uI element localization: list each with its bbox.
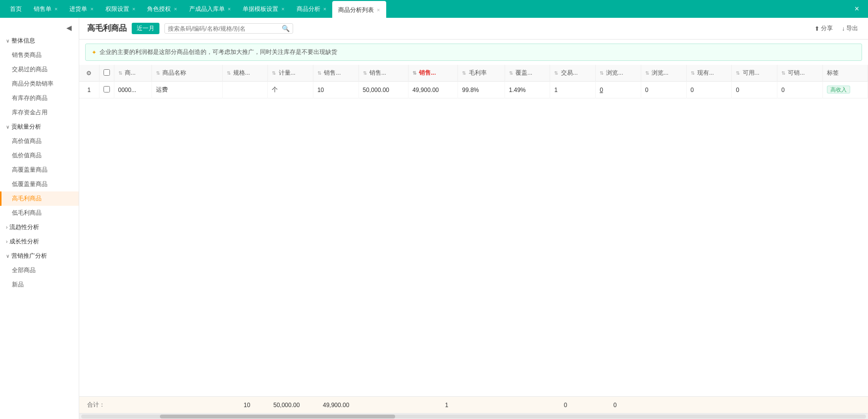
col-available: ⇅ 可用... bbox=[732, 65, 777, 82]
sidebar-item-new-products[interactable]: 新品 bbox=[0, 278, 79, 292]
cell-browse1: 0 bbox=[596, 82, 641, 98]
sort-icon: ⇅ bbox=[363, 70, 367, 76]
cell-sales1: 10 bbox=[313, 82, 358, 98]
info-banner: ✦ 企业的主要的利润都是这部分商品创造的，可考虑加大推广，同时关注库存是不要出现… bbox=[85, 44, 862, 61]
product-table: ⚙ ⇅ 商... ⇅ 商品名称 bbox=[79, 65, 868, 98]
close-icon[interactable]: × bbox=[132, 6, 135, 12]
close-icon[interactable]: × bbox=[323, 6, 326, 12]
sort-icon: ⇅ bbox=[554, 70, 558, 76]
cell-code: 0000... bbox=[114, 82, 152, 98]
select-all-checkbox[interactable] bbox=[103, 69, 110, 76]
col-code: ⇅ 商... bbox=[114, 65, 152, 82]
content-header: 高毛利商品 近一月 🔍 ⬆ 分享 ↓ 导出 bbox=[79, 18, 868, 40]
close-icon[interactable]: × bbox=[174, 6, 177, 12]
sidebar-item-low-margin[interactable]: 低毛利商品 bbox=[0, 206, 79, 220]
nav-template-settings[interactable]: 单据模板设置 × bbox=[237, 0, 290, 18]
footer-sales2: 50,000.00 bbox=[260, 402, 300, 409]
cell-browse2: 0 bbox=[641, 82, 686, 98]
export-button[interactable]: ↓ 导出 bbox=[840, 23, 860, 34]
sidebar-group-overall[interactable]: ∨ 整体信息 bbox=[0, 34, 79, 48]
scrollbar-track bbox=[81, 415, 866, 419]
expand-icon: › bbox=[6, 239, 7, 244]
sidebar-item-all-products[interactable]: 全部商品 bbox=[0, 263, 79, 278]
nav-role-auth[interactable]: 角色授权 × bbox=[141, 0, 183, 18]
row-checkbox[interactable] bbox=[103, 86, 110, 93]
share-button[interactable]: ⬆ 分享 bbox=[813, 23, 835, 34]
table-header-row: ⚙ ⇅ 商... ⇅ 商品名称 bbox=[79, 65, 868, 82]
sort-icon: ⇅ bbox=[462, 70, 466, 76]
nav-permissions[interactable]: 权限设置 × bbox=[100, 0, 141, 18]
sidebar-group-contribution[interactable]: ∨ 贡献量分析 bbox=[0, 120, 79, 134]
col-saleable: ⇅ 可销... bbox=[777, 65, 822, 82]
col-tag: 标签 bbox=[822, 65, 868, 82]
sidebar-item-high-value[interactable]: 高价值商品 bbox=[0, 134, 79, 148]
sort-icon: ⇅ bbox=[156, 70, 160, 76]
sort-icon: ⇅ bbox=[272, 70, 276, 76]
col-browse2: ⇅ 浏览... bbox=[641, 65, 686, 82]
top-nav: 首页 销售单 × 进货单 × 权限设置 × 角色授权 × 产成品入库单 × 单据… bbox=[0, 0, 868, 18]
col-current: ⇅ 现有... bbox=[686, 65, 732, 82]
search-input[interactable] bbox=[168, 25, 282, 32]
close-icon[interactable]: × bbox=[90, 6, 93, 12]
sidebar-item-traded-products[interactable]: 交易过的商品 bbox=[0, 62, 79, 77]
sidebar-item-high-coverage[interactable]: 高覆盖量商品 bbox=[0, 163, 79, 177]
col-transaction: ⇅ 交易... bbox=[550, 65, 596, 82]
filter-recent-month-button[interactable]: 近一月 bbox=[132, 23, 159, 34]
sidebar-toggle-button[interactable]: ◀ bbox=[63, 24, 75, 32]
cell-coverage: 1.49% bbox=[505, 82, 550, 98]
col-spec: ⇅ 规格... bbox=[222, 65, 268, 82]
footer-available: 0 bbox=[577, 402, 616, 409]
sidebar-item-stock-capital[interactable]: 库存资金占用 bbox=[0, 105, 79, 120]
sidebar-item-low-coverage[interactable]: 低覆盖量商品 bbox=[0, 177, 79, 191]
sidebar-item-in-stock[interactable]: 有库存的商品 bbox=[0, 91, 79, 105]
cell-gross-rate: 99.8% bbox=[458, 82, 505, 98]
nav-product-storage[interactable]: 产成品入库单 × bbox=[183, 0, 237, 18]
cell-seq: 1 bbox=[79, 82, 99, 98]
close-icon[interactable]: × bbox=[281, 6, 284, 12]
sidebar-group-marketing[interactable]: ∨ 营销推广分析 bbox=[0, 249, 79, 263]
table-container[interactable]: ⚙ ⇅ 商... ⇅ 商品名称 bbox=[79, 65, 868, 396]
tag-badge: 高收入 bbox=[827, 86, 850, 93]
sidebar-item-category-assist[interactable]: 商品分类助销率 bbox=[0, 77, 79, 91]
cell-transaction: 1 bbox=[550, 82, 596, 98]
nav-purchase-order[interactable]: 进货单 × bbox=[63, 0, 99, 18]
search-icon[interactable]: 🔍 bbox=[282, 25, 290, 32]
close-icon[interactable]: × bbox=[54, 6, 57, 12]
sidebar: ◀ ∨ 整体信息 销售类商品 交易过的商品 商品分类助销率 有库存的商品 库存资… bbox=[0, 18, 79, 419]
header-actions: ⬆ 分享 ↓ 导出 bbox=[813, 23, 860, 34]
cell-spec bbox=[222, 82, 268, 98]
horizontal-scrollbar[interactable] bbox=[79, 413, 868, 419]
nav-home[interactable]: 首页 bbox=[4, 0, 28, 18]
page-title: 高毛利商品 bbox=[87, 23, 127, 34]
sort-icon: ⇅ bbox=[227, 70, 231, 76]
footer-sales3: 49,900.00 bbox=[309, 402, 349, 409]
scrollbar-thumb[interactable] bbox=[160, 415, 396, 419]
sort-icon: ⇅ bbox=[645, 70, 649, 76]
settings-icon[interactable]: ⚙ bbox=[86, 70, 92, 77]
sidebar-group-trend[interactable]: › 流趋性分析 bbox=[0, 220, 79, 234]
nav-product-analysis-list[interactable]: 商品分析列表 × bbox=[332, 1, 386, 19]
cell-saleable: 0 bbox=[777, 82, 822, 98]
sidebar-item-high-margin[interactable]: 高毛利商品 bbox=[0, 191, 79, 206]
close-icon[interactable]: × bbox=[377, 7, 380, 13]
sidebar-item-low-value[interactable]: 低价值商品 bbox=[0, 148, 79, 163]
tip-icon: ✦ bbox=[92, 49, 97, 56]
sort-icon: ⇅ bbox=[317, 70, 321, 76]
window-close-button[interactable]: × bbox=[850, 4, 864, 13]
col-sales2: ⇅ 销售... bbox=[358, 65, 408, 82]
sidebar-item-sales-products[interactable]: 销售类商品 bbox=[0, 48, 79, 62]
export-icon: ↓ bbox=[842, 25, 845, 32]
cell-name: 运费 bbox=[152, 82, 222, 98]
expand-icon: ∨ bbox=[6, 38, 9, 44]
col-sales1: ⇅ 销售... bbox=[313, 65, 358, 82]
cell-available: 0 bbox=[732, 82, 777, 98]
expand-icon: ∨ bbox=[6, 124, 9, 130]
nav-product-analysis[interactable]: 商品分析 × bbox=[291, 0, 332, 18]
footer-label: 合计： bbox=[87, 401, 105, 409]
sidebar-group-growth[interactable]: › 成长性分析 bbox=[0, 234, 79, 249]
share-icon: ⬆ bbox=[815, 25, 819, 32]
table-footer: 合计： 10 50,000.00 49,900.00 1 0 0 bbox=[79, 396, 868, 413]
content-area: 高毛利商品 近一月 🔍 ⬆ 分享 ↓ 导出 bbox=[79, 18, 868, 419]
close-icon[interactable]: × bbox=[228, 6, 231, 12]
nav-sales-order[interactable]: 销售单 × bbox=[28, 0, 63, 18]
